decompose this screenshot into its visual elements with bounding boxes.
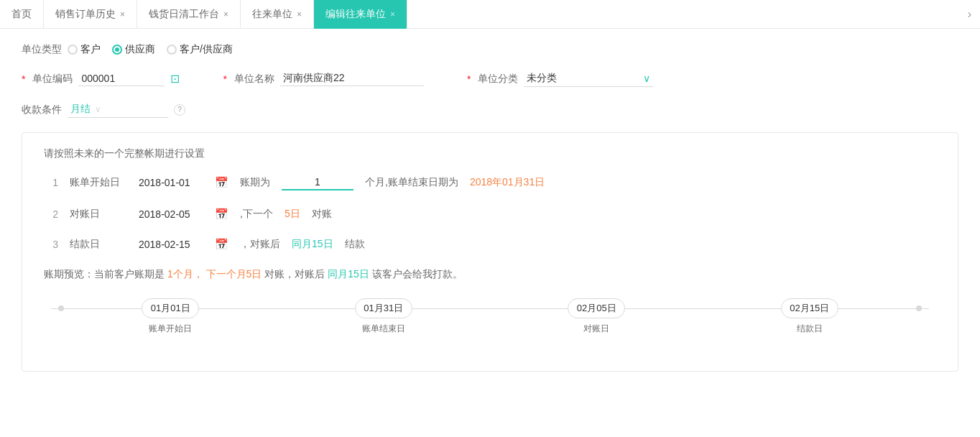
step-3-prefix: ，对账后 [240,238,280,251]
preview-months: 1个月， [167,268,203,280]
timeline-section: 01月01日 账单开始日 01月31日 账单结束日 02月05日 对账日 02月… [44,298,936,356]
step-1-suffix-before: 账期为 [240,176,270,189]
step-1-highlight: 2018年01月31日 [470,176,545,189]
step-3-date: 2018-02-15 [139,239,203,250]
timeline-label-1: 账单开始日 [149,323,192,335]
step-2-row: 2 对账日 2018-02-05 📅 ,下一个 5日 对账 [44,208,936,221]
step-1-label: 账单开始日 [70,176,127,189]
unit-type-label: 单位类型 [22,43,62,56]
close-counterparty-icon[interactable]: × [297,9,302,19]
unit-category-dropdown[interactable]: 未分类 ∨ [524,70,653,87]
unit-info-row: * 单位编码 ⊡ * 单位名称 * 单位分类 未分类 ∨ [22,70,958,87]
payment-terms-row: 收款条件 月结 ∨ ? [22,101,958,118]
step-3-row: 3 结款日 2018-02-15 📅 ，对账后 同月15日 结款 [44,238,936,251]
unit-name-required: * [223,73,226,85]
timeline-point-4: 02月15日 结款日 [781,298,838,335]
preview-day: 下一个月5日 [206,268,262,280]
close-sales-history-icon[interactable]: × [120,9,125,19]
timeline-start-dot [58,305,64,311]
close-edit-counterparty-icon[interactable]: × [390,9,395,19]
preview-section: 账期预览：当前客户账期是 1个月， 下一个月5日 对账，对账后 同月15日 该客… [44,268,936,281]
timeline-points: 01月01日 账单开始日 01月31日 账单结束日 02月05日 对账日 02月… [64,298,916,335]
tab-home-label: 首页 [11,8,32,21]
radio-customer-circle [68,45,78,55]
close-cash-workbench-icon[interactable]: × [223,9,228,19]
step-1-num: 1 [44,177,58,188]
timeline-wrapper: 01月01日 账单开始日 01月31日 账单结束日 02月05日 对账日 02月… [58,298,922,335]
step-1-date: 2018-01-01 [139,177,203,188]
unit-category-arrow-icon: ∨ [643,73,650,84]
preview-middle: 对账，对账后 [264,268,325,280]
main-content: 单位类型 客户 供应商 客户/供应商 * 单位编码 [0,29,980,437]
payment-terms-value: 月结 [70,103,91,116]
radio-supplier[interactable]: 供应商 [112,43,155,56]
unit-type-radio-group: 客户 供应商 客户/供应商 [68,43,233,56]
payment-terms-dropdown[interactable]: 月结 ∨ [68,101,168,118]
timeline-node-2: 01月31日 [355,298,412,318]
radio-customer[interactable]: 客户 [68,43,101,56]
copy-icon[interactable]: ⊡ [170,72,180,86]
timeline-point-3: 02月05日 对账日 [568,298,625,335]
step-1-suffix: 个月,账单结束日期为 [365,176,458,189]
step-2-highlight: 5日 [285,208,300,221]
unit-category-field: * 单位分类 未分类 ∨ [467,70,653,87]
step-3-suffix: 结款 [345,238,365,251]
timeline-point-1: 01月01日 账单开始日 [142,298,199,335]
timeline-end-dot [916,305,922,311]
unit-category-value: 未分类 [527,72,639,85]
settings-panel: 请按照未来的一个完整帐期进行设置 1 账单开始日 2018-01-01 📅 账期… [22,132,958,372]
tab-edit-counterparty[interactable]: 编辑往来单位 × [314,0,407,29]
step-3-label: 结款日 [70,238,127,251]
tab-sales-history-label: 销售订单历史 [55,8,116,21]
step-3-highlight: 同月15日 [292,238,333,251]
tab-edit-counterparty-label: 编辑往来单位 [325,8,386,21]
payment-terms-arrow-icon: ∨ [95,104,101,114]
unit-code-label: 单位编码 [32,73,73,86]
unit-name-label: 单位名称 [234,73,274,86]
tab-cash-workbench-label: 钱货日清工作台 [149,8,219,21]
radio-supplier-label: 供应商 [125,43,155,56]
preview-prefix: 账期预览：当前客户账期是 [44,268,165,280]
unit-code-input[interactable] [78,71,165,86]
timeline-label-4: 结款日 [797,323,823,335]
tab-home[interactable]: 首页 [0,0,44,29]
timeline-node-4: 02月15日 [781,298,838,318]
step-2-calendar-icon[interactable]: 📅 [215,208,228,221]
tab-counterparty[interactable]: 往来单位 × [241,0,314,29]
radio-supplier-circle [112,45,122,55]
radio-customer-label: 客户 [80,43,101,56]
panel-title: 请按照未来的一个完整帐期进行设置 [44,147,936,160]
radio-both-label: 客户/供应商 [180,43,233,56]
tab-cash-workbench[interactable]: 钱货日清工作台 × [137,0,241,29]
preview-suffix: 该客户会给我打款。 [372,268,463,280]
step-2-label: 对账日 [70,208,127,221]
tab-sales-history[interactable]: 销售订单历史 × [44,0,137,29]
timeline-point-2: 01月31日 账单结束日 [355,298,412,335]
step-2-prefix: ,下一个 [240,208,273,221]
preview-settle: 同月15日 [328,268,369,280]
unit-code-required: * [22,73,25,85]
radio-both-circle [167,45,177,55]
period-input[interactable] [282,175,353,190]
timeline-label-2: 账单结束日 [362,323,405,335]
timeline-label-3: 对账日 [583,323,609,335]
step-3-num: 3 [44,239,58,250]
payment-terms-label: 收款条件 [22,104,62,116]
radio-both[interactable]: 客户/供应商 [167,43,233,56]
step-2-suffix: 对账 [312,208,332,221]
step-2-num: 2 [44,208,58,220]
payment-terms-help-icon[interactable]: ? [174,104,185,116]
unit-category-required: * [467,73,471,85]
step-2-date: 2018-02-05 [139,208,203,220]
timeline-node-3: 02月05日 [568,298,625,318]
step-1-calendar-icon[interactable]: 📅 [215,176,228,189]
timeline-node-1: 01月01日 [142,298,199,318]
unit-type-row: 单位类型 客户 供应商 客户/供应商 [22,43,958,56]
unit-type-field: 单位类型 客户 供应商 客户/供应商 [22,43,233,56]
unit-name-field: * 单位名称 [223,71,423,86]
step-3-calendar-icon[interactable]: 📅 [215,238,228,251]
tabs-scroll-arrow[interactable]: › [959,8,980,21]
unit-name-input[interactable] [280,71,424,86]
tab-counterparty-label: 往来单位 [252,8,292,21]
unit-category-label: 单位分类 [478,73,518,86]
